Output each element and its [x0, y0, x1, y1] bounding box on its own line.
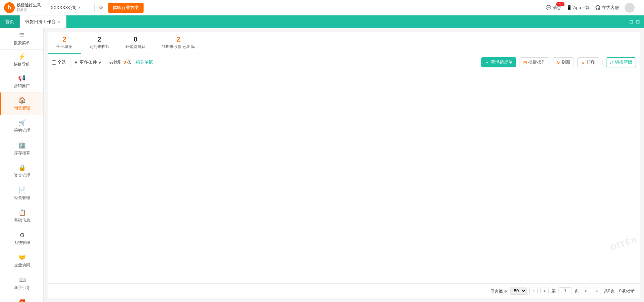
status-tab-pending[interactable]: 0 旺铺待确认	[117, 32, 154, 54]
enterprise-icon: 🤝	[18, 254, 26, 261]
found-count: 0	[124, 60, 126, 65]
tab-workbench-label: 钱货日清工作台	[25, 19, 56, 25]
sidebar-base-info[interactable]: 📋 基础信息	[0, 205, 43, 227]
sidebar-guide[interactable]: 📖 新手引导	[0, 272, 43, 295]
select-all-checkbox[interactable]: 全选	[52, 59, 66, 65]
filter-icon: ▼	[74, 60, 78, 65]
sidebar-operation-label: 经营管理	[14, 195, 30, 201]
tab-home-label: 首页	[5, 19, 14, 25]
sidebar-quick-nav[interactable]: ⚡ 快捷导航	[0, 50, 43, 71]
toolbar-divider	[602, 60, 603, 65]
settings-icon[interactable]: ⚙	[97, 3, 105, 12]
app-badge: 标准版	[17, 8, 41, 12]
sidebar-system[interactable]: ⚙ 系统管理	[0, 227, 43, 250]
main-layout: ☰ 搜索菜单 ⚡ 快捷导航 📢 营销推广 🏠 销售管理 🛒 采购管理 🏢 库存核…	[0, 28, 644, 302]
app-download-button[interactable]: 📱 App下载	[567, 5, 590, 11]
message-icon: 💬	[546, 5, 551, 10]
avatar[interactable]	[625, 3, 635, 13]
tab-pending-count: 0	[133, 36, 137, 43]
select-all-label: 全选	[57, 59, 66, 65]
service-icon: 🎧	[595, 5, 600, 10]
marketing-icon: 📢	[18, 74, 25, 82]
sidebar-marketing-label: 营销推广	[14, 83, 30, 89]
finance-icon: 🔒	[18, 164, 26, 171]
tab-bar: 首页 钱货日清工作台 ✕ ⊟ ⊞	[0, 15, 644, 28]
tab-home[interactable]: 首页	[0, 15, 20, 28]
online-service-button[interactable]: 🎧 在线客服	[595, 5, 619, 11]
print-button[interactable]: 🖨 打印	[577, 57, 599, 67]
sidebar-operation[interactable]: 📄 经营管理	[0, 182, 43, 205]
top-header: b 畅捷通好生意 标准版 XXXXXX公司 ▾ ⚙ 体验行业方案 💬 消息 99…	[0, 0, 644, 15]
sidebar-search[interactable]: ☰ 搜索菜单	[0, 28, 43, 50]
tab-all-label: 全部单据	[56, 44, 72, 50]
found-unit: 条	[127, 60, 131, 65]
app-download-label: App下载	[573, 5, 590, 11]
next-page-button[interactable]: >	[582, 288, 590, 294]
purchase-icon: 🛒	[18, 119, 26, 126]
status-tab-overdue[interactable]: 2 到期未收款	[81, 32, 117, 54]
status-tab-all[interactable]: 2 全部单据	[48, 32, 81, 54]
more-filters-button[interactable]: ▼ 更多条件 ∨	[70, 58, 105, 67]
sidebar-app-center[interactable]: 🎁 应用中心	[0, 295, 43, 302]
toolbar: 全选 ▼ 更多条件 ∨ 共找到 0 条 相关单据 ＋ 新增销货单	[48, 54, 640, 71]
page-label-prefix: 第	[551, 288, 556, 294]
found-prefix: 共找到	[109, 60, 122, 65]
operation-icon: 📄	[18, 186, 26, 194]
tab-all-count: 2	[62, 36, 66, 43]
batch-operation-button[interactable]: ⊞ 批量操作	[520, 57, 549, 67]
pagination-bar: 每页显示 50 « < 第 页 > » 共0页，0条记录	[48, 283, 640, 298]
sidebar-finance-label: 资金管理	[14, 173, 30, 178]
tab-pending-label: 旺铺待确认	[125, 44, 146, 50]
related-records-link[interactable]: 相关单据	[136, 59, 153, 65]
company-selector[interactable]: XXXXXX公司 ▾	[48, 3, 95, 12]
page-number-input[interactable]	[558, 287, 572, 294]
table-area	[48, 71, 640, 283]
page-body: 2 全部单据 2 到期未收款 0 旺铺待确认 2 到期未收款 已出库	[44, 28, 644, 302]
download-icon: 📱	[567, 5, 572, 10]
sidebar-marketing[interactable]: 📢 营销推广	[0, 71, 43, 93]
sidebar-base-info-label: 基础信息	[14, 218, 30, 223]
app-name: 畅捷通好生意	[17, 3, 41, 8]
more-filters-label: 更多条件	[79, 59, 97, 65]
last-page-button[interactable]: »	[593, 288, 601, 294]
refresh-button[interactable]: ↻ 刷新	[553, 57, 574, 67]
sidebar-sales[interactable]: 🏠 销售管理	[0, 93, 43, 115]
print-icon: 🖨	[581, 60, 585, 65]
prev-page-button[interactable]: <	[540, 288, 549, 294]
tab-shipped-count: 2	[176, 36, 180, 43]
total-records-label: 共0页，0条记录	[604, 288, 635, 294]
plus-icon: ＋	[485, 59, 489, 65]
sidebar: ☰ 搜索菜单 ⚡ 快捷导航 📢 营销推广 🏠 销售管理 🛒 采购管理 🏢 库存核…	[0, 28, 44, 302]
trial-button[interactable]: 体验行业方案	[108, 3, 144, 13]
sidebar-sales-label: 销售管理	[14, 105, 30, 111]
sidebar-enterprise[interactable]: 🤝 企业协同	[0, 250, 43, 272]
tab-workbench[interactable]: 钱货日清工作台 ✕	[20, 15, 66, 28]
sidebar-inventory-label: 库存核算	[14, 150, 30, 156]
header-right: 💬 消息 99+ 📱 App下载 🎧 在线客服	[546, 3, 640, 13]
tab-minimize-icon[interactable]: ⊟	[629, 19, 633, 24]
toolbar-right: ＋ 新增销货单 ⊞ 批量操作 ↻ 刷新 🖨 打印	[481, 57, 636, 67]
app-logo-icon: b	[4, 2, 15, 13]
sales-icon: 🏠	[18, 97, 26, 104]
status-tab-shipped[interactable]: 2 到期未收款 已出库	[154, 32, 203, 54]
app-center-icon: 🎁	[18, 299, 26, 302]
page-label-suffix: 页	[575, 288, 579, 294]
messages-button[interactable]: 💬 消息 99+	[546, 5, 561, 11]
switch-version-button[interactable]: ⇄ 切换新版	[606, 57, 636, 67]
online-service-label: 在线客服	[602, 5, 619, 11]
sidebar-inventory[interactable]: 🏢 库存核算	[0, 137, 43, 160]
print-btn-label: 打印	[587, 59, 595, 65]
add-sale-button[interactable]: ＋ 新增销货单	[481, 57, 516, 67]
sidebar-purchase[interactable]: 🛒 采购管理	[0, 115, 43, 137]
select-all-input[interactable]	[52, 60, 56, 65]
tab-maximize-icon[interactable]: ⊞	[636, 19, 640, 24]
system-icon: ⚙	[19, 231, 25, 239]
sidebar-finance[interactable]: 🔒 资金管理	[0, 160, 43, 182]
found-text: 共找到 0 条	[109, 59, 131, 65]
first-page-button[interactable]: «	[529, 288, 538, 294]
logo-area: b 畅捷通好生意 标准版	[4, 2, 48, 13]
dropdown-icon: ∨	[98, 60, 102, 65]
per-page-select[interactable]: 50	[510, 287, 527, 295]
tab-close-icon[interactable]: ✕	[58, 20, 61, 24]
batch-btn-label: 批量操作	[528, 59, 546, 65]
